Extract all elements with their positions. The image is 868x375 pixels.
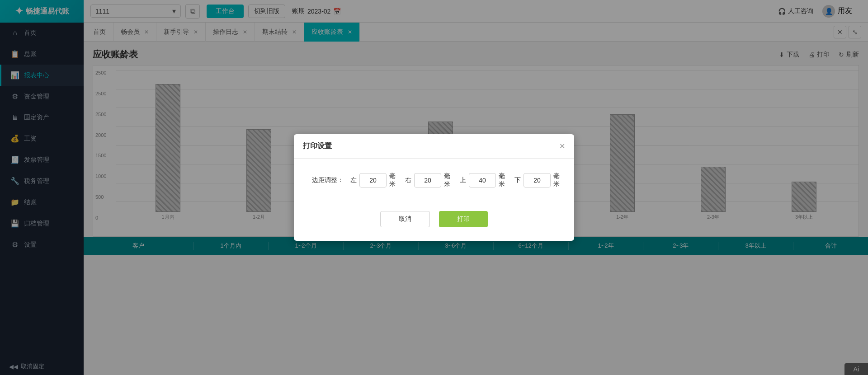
dialog-body: 边距调整： 左 毫米 右 毫米 上 毫米 下 毫米 bbox=[294, 159, 574, 202]
right-unit: 毫米 bbox=[444, 172, 450, 188]
dialog-close-button[interactable]: ✕ bbox=[559, 142, 565, 150]
cancel-button[interactable]: 取消 bbox=[380, 211, 430, 227]
right-label: 右 bbox=[405, 176, 411, 184]
modal-overlay: 打印设置 ✕ 边距调整： 左 毫米 右 毫米 上 毫米 下 毫米 取消 打印 bbox=[0, 0, 868, 375]
left-margin-input[interactable] bbox=[359, 173, 387, 188]
print-settings-dialog: 打印设置 ✕ 边距调整： 左 毫米 右 毫米 上 毫米 下 毫米 取消 打印 bbox=[294, 134, 574, 241]
dialog-title: 打印设置 bbox=[303, 141, 332, 151]
top-label: 上 bbox=[460, 176, 466, 184]
bottom-label: 下 bbox=[514, 176, 521, 184]
left-label: 左 bbox=[350, 176, 357, 184]
dialog-footer: 取消 打印 bbox=[294, 202, 574, 241]
bottom-margin-input[interactable] bbox=[524, 173, 551, 188]
margin-group: 左 毫米 右 毫米 上 毫米 下 毫米 bbox=[350, 172, 566, 188]
right-margin-input[interactable] bbox=[414, 173, 441, 188]
dialog-header: 打印设置 ✕ bbox=[294, 134, 574, 159]
print-confirm-button[interactable]: 打印 bbox=[439, 211, 488, 227]
top-unit: 毫米 bbox=[499, 172, 505, 188]
top-margin-input[interactable] bbox=[469, 173, 496, 188]
bottom-unit: 毫米 bbox=[553, 172, 560, 188]
left-unit: 毫米 bbox=[389, 172, 396, 188]
margin-label: 边距调整： bbox=[312, 176, 344, 184]
